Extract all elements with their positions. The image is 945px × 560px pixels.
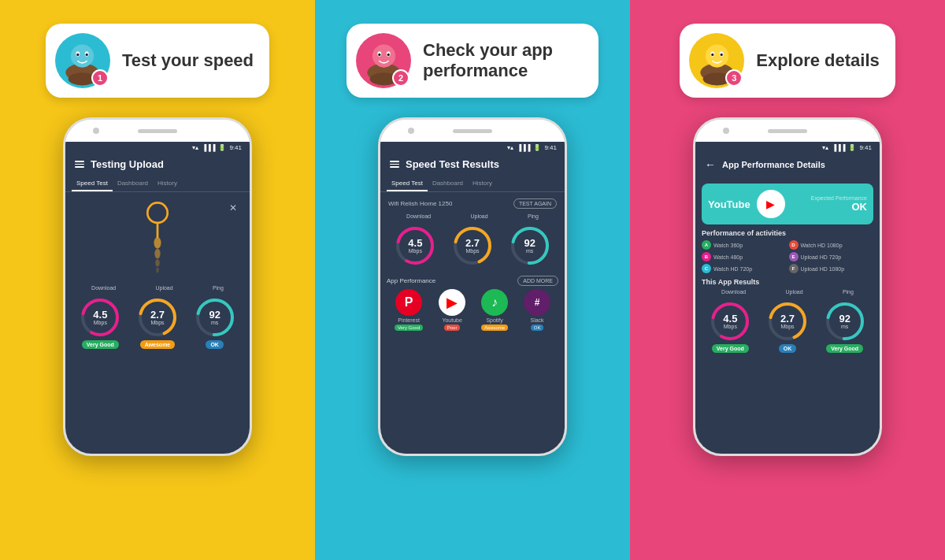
upload-gauge-1: 2.7 Mbps Awesome — [137, 297, 178, 349]
bubble-text-3: Explore details — [756, 50, 880, 71]
test-again-button[interactable]: TEST AGAIN — [513, 198, 557, 209]
panel-1: 1 Test your speed ▾▴ ▐▐▐ 🔋 9:41 Testing … — [0, 0, 315, 560]
avatar-2: 2 — [356, 33, 411, 88]
activity-label-c: Watch HD 720p — [713, 266, 752, 272]
pinterest-name: Pinterest — [398, 317, 420, 323]
upload-value-2: 2.7 — [465, 238, 480, 248]
phone-top-1 — [65, 120, 250, 142]
svg-point-36 — [706, 44, 728, 67]
slack-name: Slack — [531, 317, 544, 323]
tab-speed-test-2[interactable]: Speed Test — [387, 176, 428, 191]
app-perf-row: App Performance ADD MORE — [387, 276, 558, 286]
download-gauge-2: 4.5 Mbps — [395, 225, 435, 266]
pinterest-status: Very Good — [395, 325, 423, 331]
status-bar-1: ▾▴ ▐▐▐ 🔋 9:41 — [65, 142, 250, 154]
app-detail-header: YouTube ▶ Expected Performance OK — [702, 184, 873, 224]
activity-dot-b: B — [702, 252, 711, 261]
screen-title-1: Testing Upload — [91, 158, 164, 170]
phone-camera-3 — [723, 128, 729, 134]
svg-point-8 — [147, 202, 167, 222]
screen-content-3: YouTube ▶ Expected Performance OK Perfor… — [695, 177, 880, 454]
status-bar-3: ▾▴ ▐▐▐ 🔋 9:41 — [695, 142, 880, 154]
menu-icon-2[interactable] — [390, 161, 399, 168]
close-button-1[interactable]: ✕ — [229, 202, 237, 213]
app-spotify[interactable]: ♪ Spotify Awesome — [481, 289, 508, 331]
download-gauge-3: 4.5 Mbps Very Good — [710, 301, 750, 353]
status-bar-2: ▾▴ ▐▐▐ 🔋 9:41 — [380, 142, 565, 154]
svg-point-22 — [372, 44, 395, 67]
youtube-icon: ▶ — [439, 289, 465, 316]
upload-label-2: Upload — [470, 213, 487, 219]
ping-label-3: Ping — [843, 289, 854, 295]
phone-camera-2 — [408, 128, 414, 134]
download-label-2: Download — [406, 213, 431, 219]
battery-icon: 🔋 — [218, 144, 226, 151]
app-icons-row: P Pinterest Very Good ▶ Youtube Poor — [387, 289, 558, 331]
svg-point-13 — [156, 267, 159, 273]
time-3: 9:41 — [859, 144, 872, 151]
add-more-button[interactable]: ADD MORE — [517, 276, 558, 286]
gauges-1: 4.5 Mbps Very Good 2.7 Mbps — [72, 292, 243, 354]
slack-icon: # — [524, 289, 550, 316]
activity-label-f: Upload HD 1080p — [801, 266, 845, 272]
activity-label-b: Watch 480p — [713, 254, 743, 260]
ping-value-2: 92 — [524, 238, 535, 248]
back-icon[interactable]: ← — [705, 158, 716, 171]
download-gauge-1: 4.5 Mbps Very Good — [80, 297, 120, 349]
ping-label-2: Ping — [528, 213, 539, 219]
upload-label-1: Upload — [155, 285, 172, 291]
download-value-2: 4.5 — [408, 238, 422, 248]
bubble-1: 1 Test your speed — [46, 24, 269, 98]
phone-top-2 — [380, 120, 565, 142]
activity-dot-a: A — [702, 240, 711, 250]
upload-unit-2: Mbps — [465, 248, 480, 254]
ping-label-1: Ping — [213, 285, 224, 291]
upload-value-3: 2.7 — [780, 313, 795, 324]
time-1: 9:41 — [229, 144, 242, 151]
app-slack[interactable]: # Slack OK — [524, 289, 550, 331]
tab-history-1[interactable]: History — [153, 176, 182, 191]
download-value-3: 4.5 — [723, 313, 737, 324]
activity-watch480: B Watch 480p — [702, 252, 787, 261]
wifi-row: Wifi Relish Home 1250 TEST AGAIN — [387, 198, 558, 209]
app-pinterest[interactable]: P Pinterest Very Good — [395, 289, 423, 331]
activity-dot-d: D — [789, 240, 799, 250]
phone-2: ▾▴ ▐▐▐ 🔋 9:41 Speed Test Results Speed T… — [378, 117, 567, 456]
app-youtube[interactable]: ▶ Youtube Poor — [439, 289, 465, 331]
ping-value-3: 92 — [839, 313, 850, 324]
upload-label-3: Upload — [785, 289, 802, 295]
section-title-2: This App Results — [702, 278, 873, 286]
download-unit-1: Mbps — [93, 320, 107, 325]
ping-gauge-2: 92 ms — [510, 225, 550, 266]
svg-point-39 — [711, 53, 713, 55]
tab-dashboard-1[interactable]: Dashboard — [113, 176, 153, 191]
phone-1: ▾▴ ▐▐▐ 🔋 9:41 Testing Upload Speed Test … — [63, 117, 252, 456]
svg-point-10 — [154, 237, 161, 249]
drip-visual — [72, 198, 243, 277]
tab-dashboard-2[interactable]: Dashboard — [428, 176, 468, 191]
ping-unit-2: ms — [524, 248, 535, 254]
upload-badge-1: Awesome — [140, 340, 176, 349]
upload-badge-3: OK — [779, 344, 797, 353]
tab-speed-test-1[interactable]: Speed Test — [72, 176, 113, 191]
phone-screen-2: ▾▴ ▐▐▐ 🔋 9:41 Speed Test Results Speed T… — [380, 142, 565, 454]
time-2: 9:41 — [544, 144, 557, 151]
download-value-1: 4.5 — [93, 310, 107, 320]
battery-icon-3: 🔋 — [848, 144, 856, 151]
download-unit-3: Mbps — [723, 324, 737, 329]
bubble-2: 2 Check your app performance — [346, 24, 598, 98]
svg-point-6 — [86, 53, 88, 55]
spotify-name: Spotify — [486, 317, 502, 323]
wifi-name: Wifi Relish Home 1250 — [388, 200, 452, 207]
phone-header-2: Speed Test Results — [380, 154, 565, 176]
youtube-name: Youtube — [442, 317, 461, 323]
phone-screen-1: ▾▴ ▐▐▐ 🔋 9:41 Testing Upload Speed Test … — [65, 142, 250, 454]
avatar-1: 1 — [55, 33, 110, 88]
wifi-icon: ▾▴ — [192, 144, 198, 151]
expected-perf: Expected Performance OK — [811, 195, 867, 213]
menu-icon-1[interactable] — [75, 161, 84, 168]
upload-gauge-3: 2.7 Mbps OK — [767, 301, 808, 353]
tab-history-2[interactable]: History — [468, 176, 497, 191]
panel-2: 2 Check your app performance ▾▴ ▐▐▐ 🔋 9:… — [315, 0, 630, 560]
bubble-text-1: Test your speed — [122, 50, 254, 71]
